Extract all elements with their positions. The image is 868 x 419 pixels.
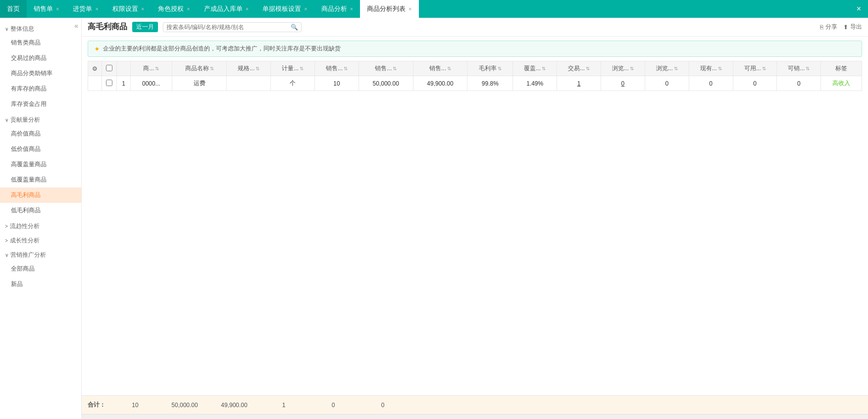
sidebar-section-流趋性分析[interactable]: >流趋性分析 — [0, 218, 81, 233]
sidebar-item-库存资金占用[interactable]: 库存资金占用 — [0, 96, 81, 112]
cell-link-trade[interactable]: 1 — [577, 80, 581, 87]
sort-icon-browse2[interactable]: ⇅ — [674, 66, 678, 71]
sidebar-item-低价值商品[interactable]: 低价值商品 — [0, 141, 81, 157]
nav-item-角色授权[interactable]: 角色授权× — [151, 0, 197, 18]
sort-icon-gross_rate[interactable]: ⇅ — [498, 66, 502, 71]
table-container[interactable]: ⚙商...⇅商品名称⇅规格...⇅计量...⇅销售...⇅销售...⇅销售...… — [82, 61, 868, 395]
nav-item-商品分析列表[interactable]: 商品分析列表× — [360, 0, 418, 18]
nav-item-首页[interactable]: 首页 — [0, 0, 27, 18]
sidebar-section-营销推广分析[interactable]: ∨营销推广分析 — [0, 247, 81, 261]
sidebar-item-交易过的商品[interactable]: 交易过的商品 — [0, 50, 81, 66]
col-header-browse1[interactable]: 浏览...⇅ — [601, 61, 645, 76]
sidebar-item-商品分类助销率[interactable]: 商品分类助销率 — [0, 66, 81, 81]
sidebar-item-全部商品[interactable]: 全部商品 — [0, 261, 81, 277]
nav-close-icon[interactable]: × — [56, 6, 59, 12]
sidebar-item-新品[interactable]: 新品 — [0, 277, 81, 292]
sort-icon-stock_current[interactable]: ⇅ — [718, 66, 722, 71]
col-header-gross_rate[interactable]: 毛利率⇅ — [467, 61, 513, 76]
main-layout: « ∨整体信息销售类商品交易过的商品商品分类助销率有库存的商品库存资金占用∨贡献… — [0, 18, 868, 419]
col-sort-spec: 规格...⇅ — [230, 64, 267, 73]
nav-close-icon[interactable]: × — [304, 6, 307, 12]
sort-icon-unit[interactable]: ⇅ — [300, 66, 304, 71]
page-title: 高毛利商品 — [88, 22, 127, 32]
nav-close-icon[interactable]: × — [350, 6, 353, 12]
sidebar-section-整体信息[interactable]: ∨整体信息 — [0, 21, 81, 35]
footer-stock-current: 0 — [313, 402, 353, 409]
nav-close-icon[interactable]: × — [408, 6, 411, 12]
sort-icon-coverage[interactable]: ⇅ — [542, 66, 546, 71]
sidebar-item-有库存的商品[interactable]: 有库存的商品 — [0, 81, 81, 96]
col-header-stock_available[interactable]: 可用...⇅ — [733, 61, 777, 76]
search-icon[interactable]: 🔍 — [291, 24, 298, 31]
col-header-unit[interactable]: 计量...⇅ — [271, 61, 315, 76]
search-input[interactable] — [166, 24, 289, 31]
horizontal-scrollbar[interactable] — [82, 414, 868, 419]
sort-icon-trade[interactable]: ⇅ — [586, 66, 590, 71]
sidebar-item-低毛利商品[interactable]: 低毛利商品 — [0, 203, 81, 218]
sidebar-item-高覆盖量商品[interactable]: 高覆盖量商品 — [0, 157, 81, 172]
col-header-sales_amount[interactable]: 销售...⇅ — [358, 61, 413, 76]
nav-close-icon[interactable]: × — [95, 6, 98, 12]
sort-icon-sales_amount[interactable]: ⇅ — [393, 66, 397, 71]
sidebar-item-高价值商品[interactable]: 高价值商品 — [0, 126, 81, 141]
nav-item-权限设置[interactable]: 权限设置× — [105, 0, 151, 18]
sort-icon-code[interactable]: ⇅ — [155, 66, 159, 71]
sort-icon-spec[interactable]: ⇅ — [255, 66, 259, 71]
sidebar: « ∨整体信息销售类商品交易过的商品商品分类助销率有库存的商品库存资金占用∨贡献… — [0, 18, 82, 419]
nav-item-商品分析[interactable]: 商品分析× — [314, 0, 360, 18]
export-button[interactable]: ⬆ 导出 — [843, 23, 862, 31]
nav-item-产成品入库单[interactable]: 产成品入库单× — [197, 0, 255, 18]
table-footer: 合计： 10 50,000.00 49,900.00 1 0 0 — [82, 395, 868, 414]
sidebar-section-贡献量分析[interactable]: ∨贡献量分析 — [0, 112, 81, 126]
select-all-checkbox[interactable] — [106, 65, 112, 71]
cell-code: 0000... — [131, 76, 172, 91]
col-header-name[interactable]: 商品名称⇅ — [172, 61, 227, 76]
sort-icon-browse1[interactable]: ⇅ — [630, 66, 634, 71]
sidebar-item-低覆盖量商品[interactable]: 低覆盖量商品 — [0, 172, 81, 187]
tag-badge: 高收入 — [832, 80, 850, 87]
col-label-trade: 交易... — [568, 64, 585, 73]
col-header-coverage[interactable]: 覆盖...⇅ — [513, 61, 557, 76]
col-sort-browse1: 浏览...⇅ — [604, 64, 642, 73]
footer-sales-cost: 49,900.00 — [214, 402, 254, 409]
period-button[interactable]: 近一月 — [132, 22, 158, 32]
sidebar-arrow-icon: > — [5, 224, 8, 229]
col-header-trade[interactable]: 交易...⇅ — [557, 61, 601, 76]
col-header-browse2[interactable]: 浏览...⇅ — [645, 61, 689, 76]
nav-close-icon[interactable]: × — [246, 6, 249, 12]
sidebar-item-销售类商品[interactable]: 销售类商品 — [0, 35, 81, 50]
sidebar-section-label: 成长性分析 — [10, 236, 40, 245]
col-header-spec[interactable]: 规格...⇅ — [227, 61, 271, 76]
cell-settings — [88, 76, 102, 91]
col-header-sales_cost[interactable]: 销售...⇅ — [413, 61, 467, 76]
nav-close-icon[interactable]: × — [187, 6, 190, 12]
sort-icon-stock_available[interactable]: ⇅ — [762, 66, 766, 71]
sidebar-section-成长性分析[interactable]: >成长性分析 — [0, 233, 81, 247]
sort-icon-sales_cost[interactable]: ⇅ — [447, 66, 451, 71]
content-area: 高毛利商品 近一月 🔍 ⎘ 分享 ⬆ 导出 ✦ 企业的主要的利润都是这部分商品创… — [82, 18, 868, 419]
sort-icon-stock_sale[interactable]: ⇅ — [806, 66, 810, 71]
sidebar-item-高毛利商品[interactable]: 高毛利商品 — [0, 187, 81, 203]
nav-close-icon[interactable]: × — [141, 6, 144, 12]
col-header-sales_qty[interactable]: 销售...⇅ — [315, 61, 359, 76]
info-icon: ✦ — [94, 45, 100, 53]
share-button[interactable]: ⎘ 分享 — [820, 23, 837, 31]
cell-link-browse1[interactable]: 0 — [621, 80, 625, 87]
cell-trade: 1 — [557, 76, 601, 91]
settings-icon[interactable]: ⚙ — [92, 65, 98, 72]
sidebar-collapse-button[interactable]: « — [74, 22, 78, 30]
col-header-code[interactable]: 商...⇅ — [131, 61, 172, 76]
sort-icon-name[interactable]: ⇅ — [210, 66, 214, 71]
col-label-name: 商品名称 — [185, 64, 209, 73]
nav-item-单据模板设置[interactable]: 单据模板设置× — [255, 0, 314, 18]
cell-gross_rate: 99.8% — [467, 76, 513, 91]
nav-item-进货单[interactable]: 进货单× — [66, 0, 105, 18]
row-checkbox[interactable] — [106, 80, 112, 86]
sidebar-arrow-icon: ∨ — [5, 26, 8, 32]
col-header-stock_current[interactable]: 现有...⇅ — [689, 61, 733, 76]
col-header-stock_sale[interactable]: 可销...⇅ — [777, 61, 821, 76]
nav-item-销售单[interactable]: 销售单× — [27, 0, 66, 18]
col-label-stock_sale: 可销... — [788, 64, 805, 73]
close-app-button[interactable]: × — [850, 0, 868, 18]
sort-icon-sales_qty[interactable]: ⇅ — [344, 66, 348, 71]
